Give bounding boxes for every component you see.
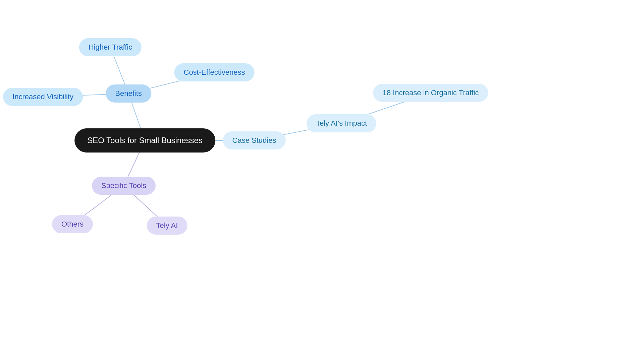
specific-tools-node: Specific Tools (92, 177, 156, 195)
increased-visibility-node: Increased Visibility (3, 88, 83, 106)
tely-ai-impact-node: Tely AI's Impact (307, 114, 376, 132)
others-node: Others (52, 215, 93, 233)
mind-map: SEO Tools for Small Businesses Benefits … (0, 0, 644, 363)
organic-traffic-node: 18 Increase in Organic Traffic (373, 84, 488, 102)
cost-effectiveness-node: Cost-Effectiveness (174, 63, 254, 81)
higher-traffic-node: Higher Traffic (79, 38, 142, 56)
center-node: SEO Tools for Small Businesses (74, 128, 215, 153)
tely-ai-node: Tely AI (147, 217, 187, 235)
benefits-node: Benefits (106, 84, 151, 103)
case-studies-node: Case Studies (223, 131, 286, 149)
